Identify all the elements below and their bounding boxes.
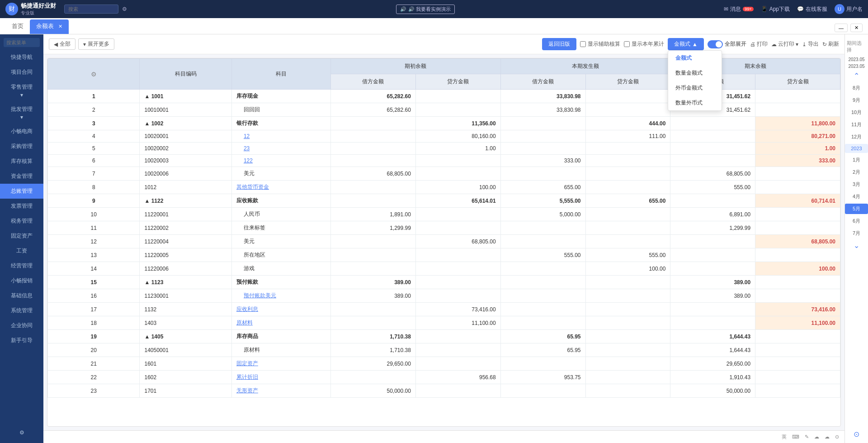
table-row: 18 1403 原材料 11,100.00 11,100.00: [48, 316, 840, 330]
cloud-icon2[interactable]: ☁: [825, 434, 830, 440]
edit-icon[interactable]: ✎: [805, 434, 809, 440]
sidebar-search-input[interactable]: [4, 38, 40, 47]
chevron-icon2: ▾: [20, 114, 23, 120]
window-close-btn[interactable]: ✕: [850, 24, 863, 32]
eb-dr-cell: [670, 262, 755, 276]
sidebar-item-wholesale[interactable]: 批发管理 ▾: [0, 102, 43, 124]
cr-cell: [585, 343, 670, 357]
period-9[interactable]: 9月: [845, 95, 868, 105]
avatar-icon: U: [835, 4, 844, 14]
lang-icon[interactable]: 英: [782, 433, 787, 440]
dropdown-item-amount[interactable]: 金额式: [668, 51, 722, 66]
dr-cell: 555.00: [500, 248, 585, 262]
table-row: 6 10020003 122 333.00 333.00: [48, 155, 840, 167]
return-old-btn[interactable]: 返回旧版: [542, 38, 576, 50]
period-year-label: 2023.05: [848, 57, 864, 62]
cloud-print-btn[interactable]: ☁ 云打印 ▾: [771, 40, 798, 48]
sidebar-item-assets[interactable]: 固定资产: [0, 229, 43, 243]
sidebar-item-project[interactable]: 项目合同: [0, 65, 43, 80]
expand-more-btn[interactable]: ▾ 展开更多: [78, 38, 114, 50]
settings-top-icon[interactable]: ⚙: [122, 6, 127, 12]
period-11[interactable]: 11月: [845, 119, 868, 130]
cr-cell: 655.00: [585, 194, 670, 208]
period-2[interactable]: 2月: [845, 167, 868, 177]
show-ytd-input[interactable]: [624, 41, 630, 47]
period-up-btn[interactable]: ⌃: [854, 71, 859, 81]
ob-dr-cell: 65,282.60: [331, 90, 416, 103]
period-1[interactable]: 1月: [845, 155, 868, 165]
ob-cr-cell: [415, 384, 500, 398]
sidebar-item-invoice[interactable]: 发票管理: [0, 199, 43, 214]
sidebar-item-tax[interactable]: 税务管理: [0, 214, 43, 229]
refresh-btn[interactable]: ↻ 刷新: [822, 40, 839, 48]
period-down-btn[interactable]: ⌄: [854, 240, 859, 251]
dropdown-item-qty-foreign[interactable]: 数量外币式: [668, 95, 722, 110]
sidebar-item-quicknav[interactable]: 快捷导航: [0, 50, 43, 65]
dropdown-item-qty-amount[interactable]: 数量金额式: [668, 66, 722, 81]
window-minimize-btn[interactable]: —: [835, 24, 848, 32]
expand-all-switch[interactable]: [708, 40, 723, 48]
th-settings[interactable]: ⚙: [48, 59, 140, 90]
style-dropdown-btn[interactable]: 金额式 ▲: [668, 38, 704, 50]
ob-dr-cell: [331, 248, 416, 262]
period-6[interactable]: 6月: [845, 216, 868, 226]
period-12[interactable]: 12月: [845, 132, 868, 142]
period-10[interactable]: 10月: [845, 107, 868, 118]
demo-button[interactable]: 🔊 🔊 我要看实例演示: [396, 5, 455, 14]
eb-cr-cell: [755, 289, 840, 303]
dropdown-item-foreign-amount[interactable]: 外币金额式: [668, 81, 722, 95]
messages-btn[interactable]: ✉ 消息 99+: [724, 5, 753, 13]
row-name: 23: [231, 143, 330, 155]
sidebar-item-system[interactable]: 系统管理: [0, 303, 43, 318]
period-collapse-btn[interactable]: ⊙: [854, 429, 859, 439]
row-code: 1132: [140, 303, 231, 316]
row-code: 11220004: [140, 235, 231, 248]
sidebar-item-expense[interactable]: 小畅报销: [0, 273, 43, 288]
eb-dr-cell: 1,644.43: [670, 343, 755, 357]
sidebar-item-inventory[interactable]: 库存核算: [0, 154, 43, 169]
period-4[interactable]: 4月: [845, 191, 868, 202]
sidebar-item-collab[interactable]: 企业协同: [0, 318, 43, 333]
period-2023-year[interactable]: 2023: [845, 144, 868, 153]
row-name: 原材料: [231, 316, 330, 330]
cloud-icon1[interactable]: ☁: [814, 434, 819, 440]
sidebar-quicknav-label: 快捷导航: [11, 53, 33, 61]
eb-cr-cell: [755, 90, 840, 103]
table-row: 11 11220002 往来标签 1,299.99 1,299.99: [48, 221, 840, 235]
sidebar-item-basic[interactable]: 基础信息: [0, 288, 43, 303]
tab-balance-label: 余额表: [36, 23, 54, 29]
show-ytd-checkbox[interactable]: 显示本年累计: [624, 40, 664, 48]
period-3[interactable]: 3月: [845, 179, 868, 190]
tab-home[interactable]: 首页: [5, 19, 30, 34]
keyboard-icon[interactable]: ⌨: [792, 434, 799, 440]
th-name: 科目: [231, 59, 330, 90]
column-settings-icon[interactable]: ⚙: [91, 71, 97, 78]
online-support-btn[interactable]: 💬 在线客服: [797, 5, 827, 13]
period-7[interactable]: 7月: [845, 228, 868, 238]
show-aux-checkbox[interactable]: 显示辅助核算: [580, 40, 620, 48]
sidebar-item-ledger[interactable]: 总账管理: [0, 184, 43, 199]
period-8[interactable]: 8月: [845, 83, 868, 93]
sidebar-item-operations[interactable]: 经营管理: [0, 258, 43, 273]
sidebar-item-ecommerce[interactable]: 小畅电商: [0, 124, 43, 139]
sidebar-item-retail[interactable]: 零售管理 ▾: [0, 80, 43, 102]
app-download-btn[interactable]: 📱 App下载: [761, 5, 790, 13]
tab-balance[interactable]: 余额表 ✕: [30, 19, 69, 34]
dr-cell: 655.00: [500, 181, 585, 194]
print-btn[interactable]: 🖨 打印: [750, 40, 768, 48]
sidebar-item-funds[interactable]: 资金管理: [0, 169, 43, 184]
style-dropdown-container: 金额式 ▲ 金额式 数量金额式 外币金额式 数量外币式: [668, 38, 704, 50]
sidebar-settings-btn[interactable]: ⚙: [0, 426, 43, 439]
user-avatar[interactable]: U 用户名: [835, 4, 863, 14]
sidebar-item-guide[interactable]: 新手引导: [0, 333, 43, 348]
all-back-btn[interactable]: ◀ 全部: [49, 38, 75, 50]
circle-icon[interactable]: ⊙: [835, 434, 839, 440]
eb-dr-cell: [670, 130, 755, 143]
period-5[interactable]: 5月: [845, 204, 868, 214]
export-btn[interactable]: ⤓ 导出: [802, 40, 819, 48]
top-search-input[interactable]: [64, 5, 118, 14]
show-aux-input[interactable]: [580, 41, 586, 47]
tab-close-icon[interactable]: ✕: [58, 24, 62, 29]
sidebar-item-salary[interactable]: 工资: [0, 243, 43, 258]
sidebar-item-purchase[interactable]: 采购管理: [0, 139, 43, 154]
